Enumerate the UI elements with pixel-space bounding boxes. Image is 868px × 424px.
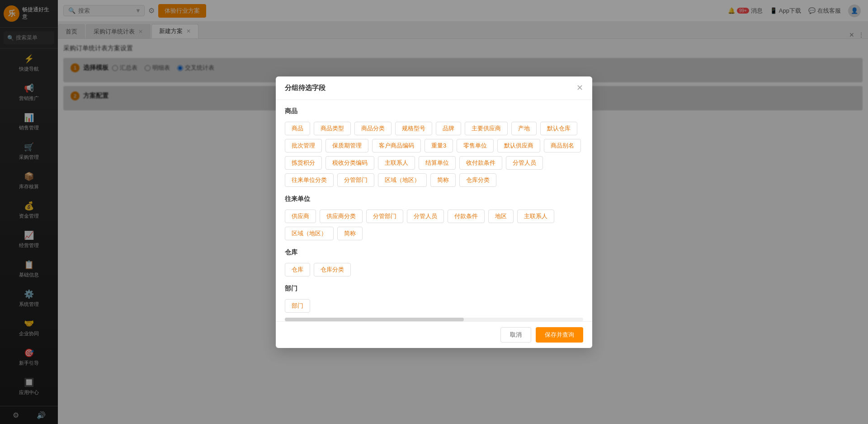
field-tag-结算单位[interactable]: 结算单位 (419, 156, 456, 170)
field-tags-product: 商品商品类型商品分类规格型号品牌主要供应商产地默认仓库批次管理保质期管理客户商品… (285, 122, 583, 187)
field-tag-默认供应商[interactable]: 默认供应商 (497, 139, 540, 152)
field-tag-规格型号[interactable]: 规格型号 (395, 122, 432, 135)
field-tag-仓库分类[interactable]: 仓库分类 (459, 173, 496, 187)
field-tag-主要供应商[interactable]: 主要供应商 (465, 122, 508, 135)
modal-dialog: 分组待选字段 ✕ 商品 商品商品类型商品分类规格型号品牌主要供应商产地默认仓库批… (276, 76, 592, 348)
modal-close-icon[interactable]: ✕ (576, 84, 583, 92)
field-tag-往来单位分类[interactable]: 往来单位分类 (285, 173, 334, 187)
field-tag-主联系人[interactable]: 主联系人 (517, 210, 554, 223)
field-tag-商品分类[interactable]: 商品分类 (354, 122, 392, 135)
field-tag-付款条件[interactable]: 付款条件 (448, 210, 485, 223)
field-tag-客户商品编码[interactable]: 客户商品编码 (372, 139, 421, 152)
modal-body: 商品 商品商品类型商品分类规格型号品牌主要供应商产地默认仓库批次管理保质期管理客… (276, 100, 592, 316)
field-tag-分管人员[interactable]: 分管人员 (506, 156, 543, 170)
field-tag-品牌[interactable]: 品牌 (436, 122, 461, 135)
section-title-department: 部门 (285, 285, 583, 295)
field-tag-简称[interactable]: 简称 (337, 227, 363, 240)
field-tag-税收分类编码[interactable]: 税收分类编码 (326, 156, 374, 170)
modal-overlay: 分组待选字段 ✕ 商品 商品商品类型商品分类规格型号品牌主要供应商产地默认仓库批… (0, 0, 868, 424)
section-department: 部门 部门 (285, 285, 583, 313)
field-tag-产地[interactable]: 产地 (511, 122, 537, 135)
field-tag-默认仓库[interactable]: 默认仓库 (540, 122, 577, 135)
field-tag-仓库[interactable]: 仓库 (285, 263, 310, 276)
modal-title: 分组待选字段 (285, 84, 326, 92)
field-tag-拣货积分[interactable]: 拣货积分 (285, 156, 322, 170)
field-tags-partner: 供应商供应商分类分管部门分管人员付款条件地区主联系人区域（地区）简称 (285, 210, 583, 240)
field-tags-department: 部门 (285, 299, 583, 313)
modal-header: 分组待选字段 ✕ (276, 76, 592, 100)
field-tag-分管部门[interactable]: 分管部门 (366, 210, 403, 223)
section-title-warehouse: 仓库 (285, 248, 583, 258)
field-tag-收付款条件[interactable]: 收付款条件 (459, 156, 502, 170)
field-tag-零售单位[interactable]: 零售单位 (457, 139, 494, 152)
field-tag-商品[interactable]: 商品 (285, 122, 310, 135)
section-title-product: 商品 (285, 107, 583, 117)
field-tag-简称[interactable]: 简称 (430, 173, 456, 187)
modal-scroll-thumb (285, 318, 464, 321)
field-tag-分管人员[interactable]: 分管人员 (407, 210, 444, 223)
section-warehouse: 仓库 仓库仓库分类 (285, 248, 583, 276)
field-tag-批次管理[interactable]: 批次管理 (285, 139, 322, 152)
field-tag-仓库分类[interactable]: 仓库分类 (314, 263, 351, 276)
section-partner: 往来单位 供应商供应商分类分管部门分管人员付款条件地区主联系人区域（地区）简称 (285, 195, 583, 240)
cancel-button[interactable]: 取消 (500, 327, 531, 343)
section-title-partner: 往来单位 (285, 195, 583, 205)
field-tag-供应商分类[interactable]: 供应商分类 (320, 210, 363, 223)
field-tag-区域（地区）[interactable]: 区域（地区） (285, 227, 334, 240)
section-product: 商品 商品商品类型商品分类规格型号品牌主要供应商产地默认仓库批次管理保质期管理客… (285, 107, 583, 187)
field-tag-区域（地区）[interactable]: 区域（地区） (378, 173, 427, 187)
field-tag-供应商[interactable]: 供应商 (285, 210, 316, 223)
field-tags-warehouse: 仓库仓库分类 (285, 263, 583, 276)
field-tag-保质期管理[interactable]: 保质期管理 (326, 139, 368, 152)
field-tag-部门[interactable]: 部门 (285, 299, 310, 313)
field-tag-主联系人[interactable]: 主联系人 (378, 156, 415, 170)
field-tag-商品别名[interactable]: 商品别名 (544, 139, 581, 152)
field-tag-商品类型[interactable]: 商品类型 (314, 122, 351, 135)
modal-footer: 取消 保存并查询 (276, 321, 592, 348)
field-tag-重量3[interactable]: 重量3 (425, 139, 453, 152)
confirm-button[interactable]: 保存并查询 (536, 327, 583, 343)
field-tag-分管部门[interactable]: 分管部门 (337, 173, 374, 187)
modal-scroll-track (285, 318, 583, 321)
field-tag-地区[interactable]: 地区 (488, 210, 514, 223)
